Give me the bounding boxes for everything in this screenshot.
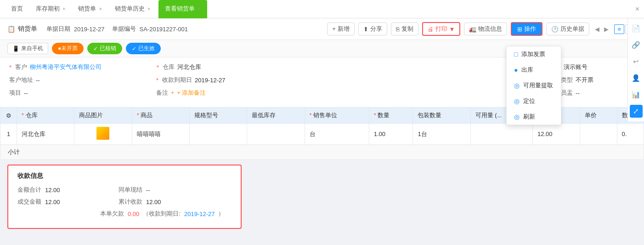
tab-view-sales-order[interactable]: 查看销货单 × [158,0,207,18]
doc-meta: 单据日期 2019-12-27 单据编号 SA-20191227-001 [46,25,188,33]
payment-row-3: 本单欠款 0.00 （收款到期日: 2019-12-27 ） [17,210,232,218]
tab-bar: 首页 库存期初 × 销货单 × 销货单历史 × 查看销货单 × × [0,0,644,18]
print-icon: 🖨 [428,26,434,33]
tab-close-sales-history[interactable]: × [147,6,150,11]
sidebar-return-icon[interactable]: ↩ [630,55,643,68]
refresh-icon: ◎ [514,113,520,120]
table-row: 1 河北仓库 嘻嘻嘻嘻 台 1.00 1台 12.00 0. [0,124,644,145]
copy-button[interactable]: ⎘ 复制 [391,23,418,35]
col-img: 商品图片 [74,108,132,124]
warehouse-value: 河北仓库 [177,63,201,71]
sidebar-doc-icon[interactable]: 📄 [630,22,643,35]
tab-sales-order[interactable]: 销货单 × [72,0,108,18]
customer-field: * 客户 柳州粤港平安气体有限公司 [9,63,102,71]
dropdown-avail-extract[interactable]: ◎ 可用量提取 [507,78,561,93]
check-ok-button[interactable]: ✓ 已核销 [87,43,122,54]
product-image [96,127,109,140]
payment-total: 金额合计 12.00 [17,186,91,194]
col-pack-qty: 包装数量 [413,108,470,124]
next-arrow[interactable]: ▶ [602,25,610,34]
due-date-field: * 收款到期日 2019-12-27 [156,76,248,84]
doc-header: 📋 销货单 单据日期 2019-12-27 单据编号 SA-20191227-0… [0,18,644,40]
sidebar-expand-icon[interactable]: ⤢ [630,105,643,118]
payment-deal: 成交金额 12.00 [17,198,91,206]
history-button[interactable]: 🕐 历史单据 [546,23,589,35]
tab-close-view-sales-order[interactable]: × [198,6,200,11]
print-button[interactable]: 🖨 打印 ▼ [422,22,461,36]
due-date-value: 2019-12-27 [195,77,226,84]
outbound-icon: ● [514,66,518,74]
deal-value: 12.00 [45,199,60,205]
row-no: 1 [0,124,17,145]
tab-inventory-init[interactable]: 库存期初 × [29,0,72,18]
row-price [580,124,617,145]
doc-actions: + 新增 ⬆ 分享 ⎘ 复制 🖨 打印 ▼ 🚛 物流信息 ⊞ 操作 [327,22,637,36]
col-product: * 商品 [132,108,189,124]
row-other: 0. [617,124,644,145]
col-price: 单价 [580,108,617,124]
row-min-stock [247,124,305,145]
address-value: -- [36,77,40,84]
dropdown-add-invoice[interactable]: □ 添加发票 [507,46,561,62]
warehouse-field: * 仓库 河北仓库 [157,63,249,71]
from-phone-button[interactable]: 📱 来自手机 [7,43,48,54]
share-button[interactable]: ⬆ 分享 [358,23,387,35]
operate-grid-icon: ⊞ [517,26,522,33]
locate-icon: ◎ [514,97,520,105]
col-spec: 规格型号 [189,108,247,124]
payment-title: 收款信息 [17,172,232,180]
note-field: 备注 + + 添加备注 [156,89,248,97]
payment-row-1: 金额合计 12.00 同单现结 -- [17,186,232,194]
logistics-icon: 🚛 [469,26,476,33]
col-warehouse: * 仓库 [17,108,74,124]
global-close-icon[interactable]: × [635,5,639,13]
owed-date: 2019-12-27 [184,211,215,217]
row-qty: 1.00 [369,124,413,145]
check-icon: ✓ [93,46,98,52]
tab-close-sales-order[interactable]: × [99,6,102,11]
row-product: 嘻嘻嘻嘻 [132,124,189,145]
avail-extract-icon: ◎ [514,82,520,89]
dropdown-refresh[interactable]: ◎ 刷新 [507,109,561,125]
not-open-button[interactable]: ●未开票 [52,43,84,54]
right-sidebar: 📄 🔗 ↩ 👤 📊 ⤢ [627,18,644,121]
customer-value[interactable]: 柳州粤港平安气体有限公司 [30,63,102,71]
total-value: 12.00 [45,187,60,194]
address-field: 客户地址 -- [9,76,101,84]
project-field: 项目 -- [9,89,101,97]
new-button[interactable]: + 新增 [327,23,354,35]
list-view-btn[interactable]: ≡ [614,24,624,34]
print-dropdown-icon: ▼ [449,26,455,33]
effective-icon: ✓ [132,46,136,52]
col-unit: * 销售单位 [305,108,369,124]
row-stock: 12.00 [532,124,580,145]
col-gear: ⚙ [0,108,17,124]
subtotal-label: 小计 [0,145,644,160]
doc-date-label: 单据日期 2019-12-27 [46,25,105,33]
owed-value: 0.00 [128,211,139,217]
tab-home[interactable]: 首页 [5,0,29,18]
tab-close-inventory-init[interactable]: × [62,6,65,11]
col-min-stock: 最低库存 [247,108,305,124]
effective-button[interactable]: ✓ 已生效 [126,43,161,54]
payment-row-2: 成交金额 12.00 累计收款 12.00 [17,198,232,206]
payment-owed: 本单欠款 0.00 （收款到期日: 2019-12-27 ） [100,210,224,218]
row-spec [189,124,247,145]
sidebar-user-icon[interactable]: 👤 [630,72,643,85]
doc-title: 📋 销货单 [7,25,37,33]
dropdown-locate[interactable]: ◎ 定位 [507,93,561,109]
row-warehouse: 河北仓库 [17,124,74,145]
tab-sales-history[interactable]: 销货单历史 × [108,0,157,18]
payment-cumulative: 累计收款 12.00 [119,198,192,206]
payment-settlement: 同单现结 -- [119,186,192,194]
nav-arrows: ◀ ▶ [593,25,610,34]
copy-icon: ⎘ [396,26,400,33]
logistics-button[interactable]: 🚛 物流信息 [464,23,507,35]
add-note-btn[interactable]: + + 添加备注 [171,89,206,97]
prev-arrow[interactable]: ◀ [593,25,601,34]
sidebar-chart-icon[interactable]: 📊 [630,88,643,101]
row-img [74,124,132,145]
dropdown-outbound[interactable]: ● 出库 [507,62,561,78]
sidebar-link-icon[interactable]: 🔗 [630,39,643,51]
operate-button[interactable]: ⊞ 操作 [511,22,542,36]
